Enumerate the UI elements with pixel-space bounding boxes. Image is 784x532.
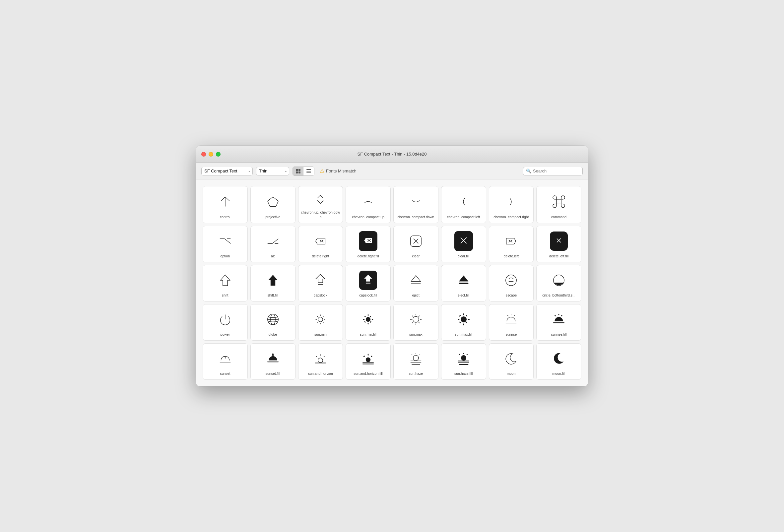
list-item[interactable]: sun.max [393, 304, 439, 341]
list-item[interactable]: sun.min [298, 304, 343, 341]
icon-preview [309, 347, 332, 369]
close-button[interactable] [201, 152, 206, 157]
icon-name: escape [505, 293, 517, 298]
list-item[interactable]: eject.fill [441, 265, 486, 302]
svg-line-9 [267, 201, 270, 206]
svg-line-116 [412, 354, 412, 355]
icon-name: moon [507, 371, 515, 376]
icon-preview [357, 190, 380, 213]
list-item[interactable]: shift.fill [250, 265, 296, 302]
list-item[interactable]: alt [250, 226, 296, 262]
list-item[interactable]: globe [250, 304, 296, 341]
svg-line-10 [276, 201, 278, 206]
svg-rect-112 [363, 364, 374, 364]
list-item[interactable]: capslock.fill [345, 265, 391, 302]
icon-preview [452, 308, 475, 330]
icon-preview [214, 230, 237, 252]
svg-point-57 [366, 317, 370, 322]
icon-preview [547, 347, 570, 369]
list-item[interactable]: chevron. compact.right [489, 186, 534, 223]
list-item[interactable]: sun.max.fill [441, 304, 486, 341]
svg-rect-82 [466, 315, 468, 317]
list-item[interactable]: sunrise.fill [536, 304, 581, 341]
font-weight-select[interactable]: Thin [256, 167, 289, 175]
list-item[interactable]: eject [393, 265, 439, 302]
icon-preview [261, 269, 284, 291]
icon-preview [404, 269, 427, 291]
icon-name: circle. bottomthird.s... [542, 293, 576, 298]
search-box[interactable]: 🔍 [523, 167, 583, 175]
icon-preview [214, 308, 237, 330]
maximize-button[interactable] [216, 152, 221, 157]
warning-text: Fonts Mismatch [326, 168, 357, 173]
list-item[interactable]: power [203, 304, 248, 341]
list-item[interactable]: clear.fill [441, 226, 486, 262]
grid-view-button[interactable] [293, 167, 304, 175]
list-item[interactable]: chevron. compact.up [345, 186, 391, 223]
svg-rect-6 [306, 172, 311, 173]
list-item[interactable]: chevron. compact.down [393, 186, 439, 223]
icon-preview [214, 190, 237, 213]
list-item[interactable]: chevron. compact.left [441, 186, 486, 223]
list-view-button[interactable] [304, 167, 314, 175]
list-item[interactable]: escape [489, 265, 534, 302]
svg-line-53 [317, 316, 318, 317]
icon-preview [404, 308, 427, 330]
icon-preview [309, 269, 332, 291]
icon-preview [261, 230, 284, 252]
icon-name: projective [265, 215, 280, 220]
list-item[interactable]: chevron.up. chevron.down [298, 186, 343, 223]
list-item[interactable]: sun.haze.fill [441, 343, 486, 380]
list-item[interactable]: delete.right [298, 226, 343, 262]
list-item[interactable]: sun.min.fill [345, 304, 391, 341]
icon-preview [452, 269, 475, 291]
list-item[interactable]: sun.and.horizon.fill [345, 343, 391, 380]
icon-preview [261, 190, 284, 213]
svg-rect-63 [370, 321, 371, 323]
svg-rect-121 [463, 353, 464, 354]
list-item[interactable]: sunset.fill [250, 343, 296, 380]
svg-marker-32 [268, 275, 278, 286]
list-item[interactable]: circle. bottomthird.s... [536, 265, 581, 302]
list-item[interactable]: sun.haze [393, 343, 439, 380]
list-item[interactable]: sunrise [489, 304, 534, 341]
icon-preview [500, 230, 523, 252]
icon-preview [357, 347, 380, 369]
svg-point-41 [506, 275, 516, 286]
icon-preview [214, 269, 237, 291]
titlebar: SF Compact Text - Thin - 15.0d4e20 [196, 146, 588, 163]
list-item[interactable]: clear [393, 226, 439, 262]
svg-rect-123 [459, 354, 460, 355]
minimize-button[interactable] [208, 152, 213, 157]
svg-rect-78 [458, 319, 459, 320]
svg-rect-111 [363, 362, 374, 363]
svg-rect-93 [553, 323, 564, 323]
list-item[interactable]: control [203, 186, 248, 223]
list-item[interactable]: projective [250, 186, 296, 223]
list-item[interactable]: delete.left [489, 226, 534, 262]
list-item[interactable]: sun.and.horizon [298, 343, 343, 380]
list-item[interactable]: shift [203, 265, 248, 302]
font-name-select[interactable]: SF Compact Text [201, 167, 253, 175]
list-item[interactable]: moon [489, 343, 534, 380]
list-item[interactable]: delete.left.fill [536, 226, 581, 262]
icon-preview [500, 190, 523, 213]
icon-name: delete.left.fill [549, 254, 568, 259]
icon-name: control [220, 215, 230, 220]
view-toggle [292, 167, 314, 176]
icon-preview [452, 347, 475, 369]
list-item[interactable]: moon.fill [536, 343, 581, 380]
list-item[interactable]: sunset [203, 343, 248, 380]
list-item[interactable]: command [536, 186, 581, 223]
svg-line-85 [508, 315, 509, 316]
search-input[interactable] [533, 168, 580, 173]
list-item[interactable]: delete.right.fill [345, 226, 391, 262]
svg-rect-5 [306, 171, 311, 171]
svg-rect-126 [459, 364, 468, 365]
list-item[interactable]: option [203, 226, 248, 262]
svg-rect-80 [459, 315, 461, 317]
warning-icon: ⚠ [320, 168, 324, 174]
icon-name: delete.right [312, 254, 329, 259]
icon-name: sun.and.horizon.fill [354, 371, 383, 376]
list-item[interactable]: capslock [298, 265, 343, 302]
